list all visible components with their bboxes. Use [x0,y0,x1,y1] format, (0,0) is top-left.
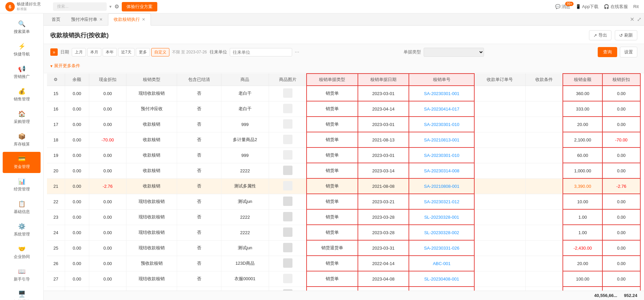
td-bill-no[interactable]: SA-20210808-001 [409,178,474,194]
type-select[interactable] [424,48,484,57]
tab-prepay[interactable]: 预付冲应付单 ✕ [66,14,108,25]
settings-icon[interactable]: ⚙ [114,3,119,10]
tab-expand-icon[interactable]: ⤢ [637,16,641,23]
td-bill-no[interactable]: ABC-001 [409,256,474,271]
td-bill-no[interactable]: SA-20230301-010 [409,117,474,132]
th-settings[interactable]: ⚙ [47,74,65,86]
td-bill-date: 2023-03-31 [358,240,409,256]
td-bill-no[interactable]: SA-20230301-001 [409,86,474,101]
tab-verify-close[interactable]: ✕ [142,17,145,22]
td-bill-no[interactable]: SA-20230321-012 [409,194,474,209]
th-verify-amount: 核销金额 [563,74,602,86]
tab-verify-label: 收款核销执行 [114,16,140,23]
sidebar-label-guide: 新手引导 [14,276,30,282]
date-btn-custom[interactable]: 自定义 [151,48,169,56]
sidebar-item-sales[interactable]: 💰 销售管理 [3,84,41,105]
td-bill-type: 销货单 [307,271,358,287]
td-receipt-cond [525,225,563,240]
page-content: 收款核销执行(按收款) ↗ 导出 ↺ 刷新 » 日期 [44,26,644,300]
top-search[interactable]: 搜索... [53,2,107,11]
th-product: 商品 [221,74,269,86]
tab-verify[interactable]: 收款核销执行 ✕ [108,13,151,26]
td-no: 28 [47,287,65,291]
sidebar-item-marketing[interactable]: 📢 营销推广 [3,62,41,83]
td-cash-discount: -70.00 [89,132,126,147]
enterprise-icon: 🤝 [18,245,25,253]
td-bill-date: 2023-04-18 [358,287,409,291]
refresh-button[interactable]: ↺ 刷新 [615,30,637,40]
td-product-img [269,132,307,147]
table-footer: 40,556,66... 952.24 [44,291,644,300]
td-include-settled: 否 [177,163,221,178]
sidebar-item-system[interactable]: ⚙️ 系统管理 [3,219,41,241]
tab-close-icon[interactable]: ✕ [630,16,634,23]
industry-btn[interactable]: 体验行业方案 [122,2,157,11]
tab-actions: ✕ ⤢ [630,16,641,23]
data-table: ⚙ 余额 现金折扣 核销类型 包含已结清 商品 商品图片 核销单据类型 核销单据… [47,73,641,291]
sidebar-label-quick: 快捷导航 [14,51,30,57]
date-btn-more[interactable]: 更多 [136,48,150,56]
td-product-img [269,178,307,194]
date-btn-this-month[interactable]: 本月 [87,48,101,56]
sidebar-item-hardware[interactable]: 🖥️ 智能硬件 [3,287,41,300]
tab-home[interactable]: 首页 [46,14,66,25]
td-bill-date: 2023-04-08 [358,271,409,287]
sidebar-item-search[interactable]: 🔍 搜索菜单 [3,17,41,38]
td-product-img [269,271,307,287]
td-receipt-cond [525,163,563,178]
td-product-img [269,287,307,291]
td-bill-no[interactable]: SL-20230408-001 [409,271,474,287]
td-bill-no[interactable]: SL-20230328-002 [409,225,474,240]
sidebar-item-finance[interactable]: 💳 资金管理 [3,152,41,173]
table-row: 19 0.00 0.00 收款核销 否 999 销货单 2023-03-01 S… [47,147,640,163]
expand-more[interactable]: ▾ 展开更多条件 [50,63,80,69]
date-btn-this-year[interactable]: 本年 [103,48,117,56]
tab-prepay-close[interactable]: ✕ [99,17,103,22]
query-button[interactable]: 查询 [598,47,617,57]
td-verify-type: 现结收款核销 [126,271,177,287]
sidebar-item-enterprise[interactable]: 🤝 企业协同 [3,242,41,263]
td-verify-type: 收款核销 [126,117,177,132]
sidebar-item-purchase[interactable]: 🏠 采购管理 [3,107,41,128]
table-container[interactable]: ⚙ 余额 现金折扣 核销类型 包含已结清 商品 商品图片 核销单据类型 核销单据… [44,73,644,291]
td-no: 27 [47,271,65,287]
sidebar-item-guide[interactable]: 📖 新手引导 [3,264,41,286]
td-receipt-cond [525,209,563,225]
date-btn-7days[interactable]: 近7天 [118,48,135,56]
th-verify-discount: 核销折扣 [602,74,640,86]
service-btn[interactable]: 🎧 在线客服 [604,4,628,10]
td-bill-no[interactable]: SA-20230414-017 [409,101,474,117]
settings-button[interactable]: 设置 [620,47,637,57]
td-bill-no[interactable]: SL-20230328-001 [409,209,474,225]
td-bill-no[interactable]: SL-20230418-001 [409,287,474,291]
th-receipt-order: 收款单订单号 [474,74,525,86]
message-btn[interactable]: 💬 消息 99+ [555,4,571,10]
td-no: 17 [47,117,65,132]
td-balance: 0.00 [65,194,89,209]
sidebar-item-inventory[interactable]: 📦 库存核算 [3,129,41,151]
sidebar-item-base[interactable]: 📋 基础信息 [3,197,41,218]
date-btn-last-month[interactable]: 上月 [72,48,86,56]
date-label: 日期 [60,49,69,55]
td-bill-type: 销货单 [307,287,358,291]
unit-input[interactable] [230,48,292,56]
page-title: 收款核销执行(按收款) [50,31,109,39]
unit-dots-icon[interactable]: ··· [295,49,299,55]
export-button[interactable]: ↗ 导出 [589,30,611,40]
sidebar-item-business[interactable]: 📊 经营管理 [3,174,41,196]
td-product-img [269,209,307,225]
td-bill-no[interactable]: SA-20210813-001 [409,132,474,147]
sidebar-item-quick[interactable]: ⚡ 快捷导航 [3,39,41,60]
th-receipt-cond: 收款条件 [525,74,563,86]
logo-icon: 6 [5,2,15,11]
td-bill-no[interactable]: SA-20230331-026 [409,240,474,256]
app-download-btn[interactable]: 📱 App下载 [576,4,598,10]
td-balance: 0.00 [65,287,89,291]
td-include-settled: 否 [177,209,221,225]
td-product: 多计量商品2 [221,132,269,147]
td-verify-amount: 100.00 [563,287,602,291]
dropdown-arrow-icon[interactable]: ▾ [109,4,112,9]
td-bill-no[interactable]: SA-20230314-008 [409,163,474,178]
td-bill-no[interactable]: SA-20230301-010 [409,147,474,163]
expand-arrow-icon[interactable]: » [50,48,58,56]
